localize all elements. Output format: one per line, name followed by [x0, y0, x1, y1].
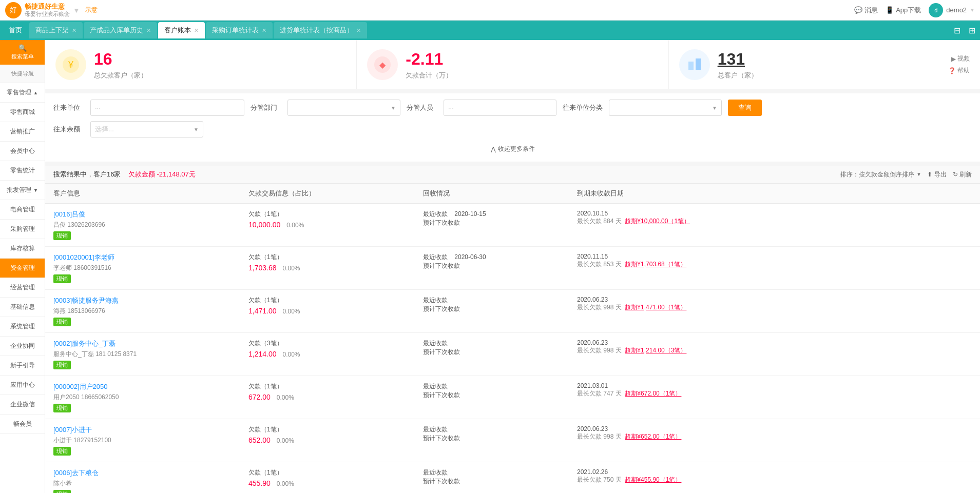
close-icon[interactable]: ✕ — [356, 27, 361, 34]
sidebar-search[interactable]: 🔍 搜索菜单 — [0, 40, 45, 65]
demo-link[interactable]: 示意 — [85, 6, 98, 14]
customer-info-4: [0002]服务中心_丁磊 服务中心_丁磊 181 0125 8371 现销 — [53, 339, 248, 369]
close-icon[interactable]: ✕ — [262, 27, 266, 34]
customer-info-3: [0003]畅捷服务尹海燕 海燕 18513066976 现销 — [53, 296, 248, 326]
filter-area: 往来单位 ··· 分管部门 ▼ 分管人员 ··· 往来单位分类 — [45, 93, 980, 162]
sidebar-item-newbie[interactable]: 新手引导 — [0, 356, 45, 376]
overdue-link-7[interactable]: 超期¥455.90（1笔） — [625, 476, 681, 483]
sidebar-item-inventory[interactable]: 库存核算 — [0, 239, 45, 259]
refresh-btn[interactable]: ↻ 刷新 — [953, 170, 972, 179]
sidebar-item-retail-mgmt[interactable]: 零售管理 ▲ — [0, 83, 45, 103]
sidebar-item-marketing[interactable]: 营销推广 — [0, 122, 45, 142]
customer-sub-1: 吕俊 13026203696 — [53, 221, 248, 229]
sidebar-item-retail-mall[interactable]: 零售商城 — [0, 103, 45, 122]
debt-amount-2[interactable]: 1,703.68 — [248, 264, 277, 272]
unit-category-select[interactable]: ▼ — [609, 100, 722, 116]
debt-amount-5[interactable]: 672.00 — [248, 393, 271, 401]
source-unit-input[interactable]: ··· — [90, 100, 244, 116]
tab-customer-account[interactable]: 客户账本 ✕ — [158, 22, 205, 38]
sidebar-item-quick-nav[interactable]: 快捷导航 — [0, 65, 45, 83]
customer-info-6: [0007]小进干 小进干 18279152100 现销 — [53, 425, 248, 456]
tabs-bar-right: ⊟ ⊞ — [952, 26, 977, 35]
customer-name-6[interactable]: [0007]小进干 — [53, 425, 248, 435]
sidebar-item-enterprise-coop[interactable]: 企业协同 — [0, 337, 45, 356]
tabs-minimize-btn[interactable]: ⊟ — [952, 26, 963, 35]
overdue-link-6[interactable]: 超期¥652.00（1笔） — [625, 433, 681, 440]
debt-amount-3[interactable]: 1,471.00 — [248, 307, 277, 315]
sidebar-item-enterprise-wx[interactable]: 企业微信 — [0, 395, 45, 415]
message-btn[interactable]: 💬 消息 — [854, 6, 878, 15]
overdue-link-4[interactable]: 超期¥1,214.00（3笔） — [625, 347, 686, 354]
collection-info-3: 最近收款 预计下次收款 — [423, 296, 577, 313]
tab-product-shelf[interactable]: 商品上下架 ✕ — [29, 22, 83, 38]
manager-label: 分管人员 — [407, 103, 437, 112]
sidebar-item-vip[interactable]: 畅会员 — [0, 415, 45, 434]
tab-purchase-stats[interactable]: 进货单统计表（按商品） ✕ — [274, 22, 367, 38]
dept-select[interactable]: ▼ — [287, 100, 400, 116]
video-btn[interactable]: ▶ 视频 — [951, 54, 970, 63]
search-btn[interactable]: 查询 — [728, 100, 762, 116]
debt-info-1: 欠款（1笔） 10,000.00 0.00% — [248, 210, 423, 229]
customer-tag-4: 现销 — [53, 361, 71, 369]
customer-name-5[interactable]: [000002]用户2050 — [53, 382, 248, 391]
export-btn[interactable]: ⬆ 导出 — [927, 170, 946, 179]
debt-amount-7[interactable]: 455.90 — [248, 479, 271, 487]
refresh-icon: ↻ — [953, 171, 958, 178]
debt-amount-4[interactable]: 1,214.00 — [248, 350, 277, 358]
sidebar-item-batch-mgmt[interactable]: 批发管理 ▼ — [0, 181, 45, 200]
debt-info-5: 欠款（1笔） 672.00 0.00% — [248, 382, 423, 401]
table-row: [0007]小进干 小进干 18279152100 现销 欠款（1笔） 652.… — [45, 419, 980, 462]
debt-amount-6[interactable]: 652.00 — [248, 436, 271, 444]
sidebar-item-retail-stats[interactable]: 零售统计 — [0, 161, 45, 181]
due-date-4: 2020.06.23 最长欠款 998 天 超期¥1,214.00（3笔） — [577, 339, 972, 355]
customer-name-4[interactable]: [0002]服务中心_丁磊 — [53, 339, 248, 348]
app-download-btn[interactable]: 📱 App下载 — [886, 6, 921, 15]
overdue-link-3[interactable]: 超期¥1,471.00（1笔） — [625, 304, 686, 311]
sidebar-item-basic-info[interactable]: 基础信息 — [0, 298, 45, 317]
customer-name-7[interactable]: [0006]去下粮仓 — [53, 468, 248, 478]
content-area: ¥ 16 总欠款客户（家） ◆ — [45, 40, 980, 493]
sidebar-item-purchase[interactable]: 采购管理 — [0, 220, 45, 239]
debt-amount-1[interactable]: 10,000.00 — [248, 221, 280, 229]
collapse-btn[interactable]: ⋀ 收起更多条件 — [53, 143, 972, 155]
user-menu[interactable]: d demo2 ▼ — [929, 3, 975, 17]
stat-label-total: 总客户（家） — [718, 71, 758, 80]
tab-product-inbound[interactable]: 产成品入库单历史 ✕ — [84, 22, 157, 38]
close-icon[interactable]: ✕ — [146, 27, 151, 34]
col-header-collection: 回收情况 — [423, 189, 577, 198]
table-row: [0002]服务中心_丁磊 服务中心_丁磊 181 0125 8371 现销 欠… — [45, 333, 980, 376]
table-row: [0001020001]李老师 李老师 18600391516 现销 欠款（1笔… — [45, 247, 980, 290]
sidebar-item-finance[interactable]: 资金管理 — [0, 259, 45, 278]
customer-info-7: [0006]去下粮仓 陈小希 现销 — [53, 468, 248, 493]
close-icon[interactable]: ✕ — [72, 27, 76, 34]
logo-text: 畅捷通好生意 — [25, 3, 70, 11]
table-row: [0016]吕俊 吕俊 13026203696 现销 欠款（1笔） 10,000… — [45, 204, 980, 247]
sidebar-item-app-center[interactable]: 应用中心 — [0, 376, 45, 395]
sidebar-item-system[interactable]: 系统管理 — [0, 317, 45, 337]
sort-select[interactable]: 排序：按欠款金额倒序排序 ▼ — [840, 170, 921, 179]
sidebar-item-ecommerce[interactable]: 电商管理 — [0, 200, 45, 220]
tab-home[interactable]: 首页 — [3, 22, 28, 38]
close-icon[interactable]: ✕ — [194, 27, 199, 34]
overdue-link-1[interactable]: 超期¥10,000.00（1笔） — [625, 218, 690, 225]
table-header: 客户信息 欠款交易信息（占比） 回收情况 到期未收款日期 — [45, 184, 980, 204]
sidebar-item-member[interactable]: 会员中心 — [0, 142, 45, 161]
balance-select[interactable]: 选择... ▼ — [90, 121, 203, 137]
help-btn[interactable]: ❓ 帮助 — [948, 66, 970, 75]
table-row: [0003]畅捷服务尹海燕 海燕 18513066976 现销 欠款（1笔） 1… — [45, 290, 980, 333]
customer-tag-5: 现销 — [53, 404, 71, 412]
tabs-maximize-btn[interactable]: ⊞ — [967, 26, 977, 35]
stat-number-debt: -2.11 — [406, 50, 452, 69]
customer-tag-7: 现销 — [53, 490, 71, 493]
customer-name-2[interactable]: [0001020001]李老师 — [53, 253, 248, 262]
tab-purchase-order[interactable]: 采购订单统计表 ✕ — [206, 22, 273, 38]
debt-info-2: 欠款（1笔） 1,703.68 0.00% — [248, 253, 423, 272]
stat-card-debt: ◆ -2.11 欠款合计（万） — [357, 40, 668, 89]
overdue-link-5[interactable]: 超期¥672.00（1笔） — [625, 390, 681, 397]
overdue-link-2[interactable]: 超期¥1,703.68（1笔） — [625, 261, 686, 268]
collection-info-1: 最近收款 2020-10-15 预计下次收款 — [423, 210, 577, 227]
manager-input[interactable]: ··· — [444, 100, 556, 116]
customer-name-3[interactable]: [0003]畅捷服务尹海燕 — [53, 296, 248, 305]
sidebar-item-operations[interactable]: 经营管理 — [0, 278, 45, 298]
customer-name-1[interactable]: [0016]吕俊 — [53, 210, 248, 219]
